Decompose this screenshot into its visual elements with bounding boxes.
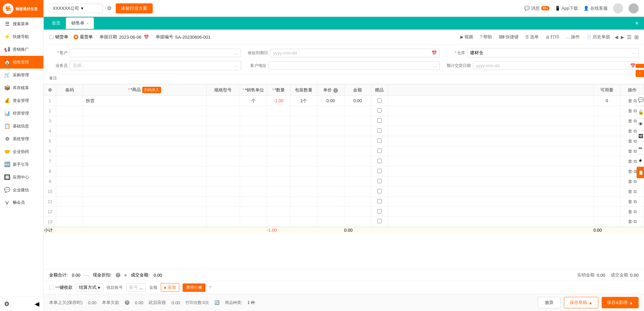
- cell-qty-12[interactable]: [267, 217, 290, 227]
- copy-icon-9[interactable]: ⧉: [634, 189, 637, 194]
- cell-barcode-9[interactable]: [56, 187, 83, 197]
- cell-unit-8[interactable]: [240, 177, 267, 187]
- float-edit-btn[interactable]: ✏: [637, 143, 644, 154]
- cell-gift-8[interactable]: [371, 177, 388, 187]
- cell-pkg-7[interactable]: [290, 166, 317, 177]
- cell-qty-5[interactable]: [267, 146, 290, 156]
- copy-icon-12[interactable]: ⧉: [634, 219, 637, 224]
- cell-product-1[interactable]: [83, 106, 206, 116]
- sidebar-item-base[interactable]: 📋基础信息: [0, 120, 43, 132]
- payment-help-icon[interactable]: ?: [209, 285, 211, 290]
- cell-amount-11[interactable]: [344, 207, 371, 217]
- cell-amount-7[interactable]: [344, 166, 371, 177]
- cell-price-10[interactable]: [317, 197, 344, 207]
- cell-spec-7[interactable]: [206, 166, 240, 177]
- cell-spec-5[interactable]: [206, 146, 240, 156]
- delete-icon-2[interactable]: 🗑: [628, 118, 632, 124]
- sidebar-item-apps[interactable]: 🔲应用中心: [0, 171, 43, 184]
- gift-checkbox-2[interactable]: [377, 118, 382, 123]
- cell-qty-11[interactable]: [267, 207, 290, 217]
- cell-price-11[interactable]: [317, 207, 344, 217]
- delete-icon-6[interactable]: 🗑: [628, 159, 632, 164]
- delete-icon-4[interactable]: 🗑: [628, 139, 632, 144]
- cell-spec-1[interactable]: [206, 106, 240, 116]
- gift-checkbox-1[interactable]: [377, 108, 382, 113]
- cell-gift-10[interactable]: [371, 197, 388, 207]
- cell-amount-8[interactable]: [344, 177, 371, 187]
- cell-qty-1[interactable]: [267, 106, 290, 116]
- cell-qty-6[interactable]: [267, 156, 290, 166]
- account-dots[interactable]: ...: [139, 285, 143, 290]
- copy-icon-3[interactable]: ⧉: [634, 128, 637, 134]
- gear-icon[interactable]: ⚙: [107, 5, 112, 11]
- scan-btn[interactable]: 扫码录入: [142, 87, 161, 93]
- salesperson-dots[interactable]: ...: [234, 63, 238, 69]
- tab-home[interactable]: 首页: [46, 17, 66, 29]
- warehouse-dots[interactable]: ...: [632, 50, 636, 56]
- cell-price-8[interactable]: [317, 177, 344, 187]
- cell-gift-12[interactable]: [371, 217, 388, 227]
- cell-gift-1[interactable]: [371, 106, 388, 116]
- radio-sale[interactable]: 销货单: [49, 34, 68, 40]
- delete-icon-7[interactable]: 🗑: [628, 169, 632, 174]
- cell-gift-9[interactable]: [371, 187, 388, 197]
- cell-price-7[interactable]: [317, 166, 344, 177]
- sidebar-item-inventory[interactable]: 📦库存核算: [0, 81, 43, 94]
- cell-barcode-12[interactable]: [56, 217, 83, 227]
- cell-product-10[interactable]: [83, 197, 206, 207]
- settings-gear-icon[interactable]: ⚙: [48, 87, 52, 92]
- gift-checkbox-4[interactable]: [377, 139, 382, 143]
- settings-panel-btn[interactable]: 设置: [636, 64, 644, 68]
- cell-qty-4[interactable]: [267, 136, 290, 146]
- float-lock-btn[interactable]: 🔒: [637, 106, 644, 118]
- copy-icon-4[interactable]: ⧉: [634, 139, 637, 144]
- delete-icon-3[interactable]: 🗑: [628, 128, 632, 134]
- cell-unit-3[interactable]: [240, 126, 267, 136]
- message-btn[interactable]: 💬 消息 99+: [524, 5, 550, 11]
- cell-qty-9[interactable]: [267, 187, 290, 197]
- cell-barcode-6[interactable]: [56, 156, 83, 166]
- cell-unit-0[interactable]: 个: [240, 96, 267, 106]
- next-icon[interactable]: ▶: [621, 35, 624, 40]
- cell-spec-8[interactable]: [206, 177, 240, 187]
- cell-qty-8[interactable]: [267, 177, 290, 187]
- copy-icon-10[interactable]: ⧉: [634, 199, 637, 204]
- cell-spec-12[interactable]: [206, 217, 240, 227]
- copy-icon-2[interactable]: ⧉: [634, 118, 637, 124]
- delete-icon-11[interactable]: 🗑: [628, 209, 632, 215]
- delete-icon-8[interactable]: 🗑: [628, 179, 632, 184]
- cell-product-6[interactable]: [83, 156, 206, 166]
- delete-icon-12[interactable]: 🗑: [628, 219, 632, 224]
- sidebar-item-quick-nav[interactable]: ⚡快捷导航: [0, 30, 43, 43]
- customer-address-input[interactable]: ...: [268, 62, 440, 70]
- customer-dots[interactable]: ...: [234, 50, 238, 55]
- float-eye-btn[interactable]: 👁: [637, 118, 644, 130]
- calendar-icon[interactable]: 📅: [144, 35, 149, 40]
- calendar3-icon[interactable]: 📅: [630, 63, 636, 68]
- cell-barcode-11[interactable]: [56, 207, 83, 217]
- cell-qty-10[interactable]: [267, 197, 290, 207]
- cell-price-2[interactable]: [317, 116, 344, 126]
- cell-gift-7[interactable]: [371, 166, 388, 177]
- history-btn[interactable]: 📄 历史单据: [584, 33, 612, 41]
- cell-qty-3[interactable]: [267, 126, 290, 136]
- copy-icon-8[interactable]: ⧉: [634, 179, 637, 184]
- float-star-btn[interactable]: ★: [637, 155, 644, 166]
- cell-pkg-9[interactable]: [290, 187, 317, 197]
- cell-price-12[interactable]: [317, 217, 344, 227]
- cell-product-12[interactable]: [83, 217, 206, 227]
- sidebar-item-business[interactable]: 📊经营管理: [0, 107, 43, 120]
- owed-info-icon[interactable]: ?: [125, 300, 129, 305]
- cell-spec-2[interactable]: [206, 116, 240, 126]
- sidebar-item-marketing[interactable]: 📢营销推广: [0, 43, 43, 56]
- cell-pkg-0[interactable]: 1个: [290, 96, 317, 106]
- save-draft-btn[interactable]: 保存草稿 ▲: [564, 297, 599, 308]
- cell-product-4[interactable]: [83, 136, 206, 146]
- cell-product-2[interactable]: [83, 116, 206, 126]
- cell-spec-11[interactable]: [206, 207, 240, 217]
- sidebar-item-collab[interactable]: 🤝企业协同: [0, 145, 43, 158]
- cell-spec-9[interactable]: [206, 187, 240, 197]
- cell-price-1[interactable]: [317, 106, 344, 116]
- cell-barcode-7[interactable]: [56, 166, 83, 177]
- payment-method-select[interactable]: 结算方式 ▾: [76, 283, 103, 292]
